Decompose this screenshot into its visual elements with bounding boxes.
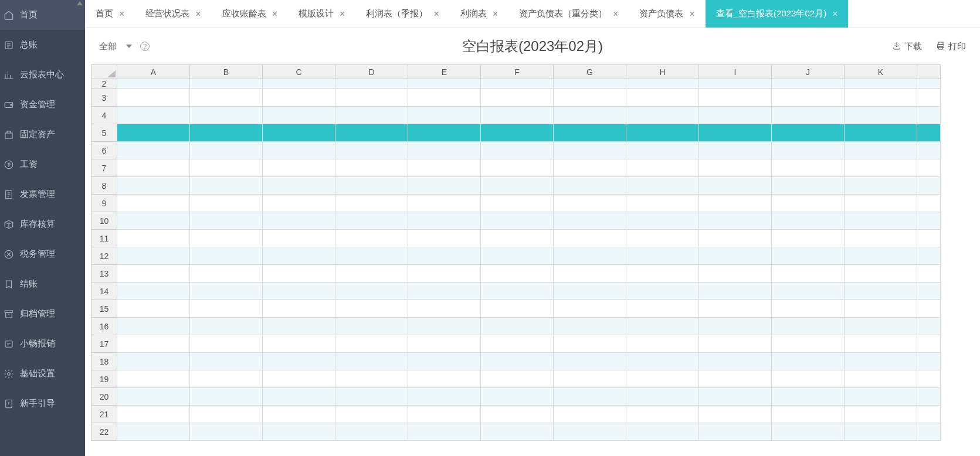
cell-B19[interactable] [190, 370, 263, 388]
tab-3[interactable]: 模版设计× [288, 0, 355, 28]
cell-B12[interactable] [190, 247, 263, 265]
close-icon[interactable]: × [832, 9, 837, 19]
cell-D22[interactable] [335, 423, 408, 441]
cell-H7[interactable] [626, 159, 699, 177]
cell-G17[interactable] [554, 335, 626, 353]
cell-B20[interactable] [190, 388, 263, 406]
cell-G8[interactable] [554, 177, 626, 195]
col-header-B[interactable]: B [190, 65, 263, 79]
cell-extra-13[interactable] [917, 265, 941, 283]
cell-E7[interactable] [408, 159, 481, 177]
cell-H15[interactable] [626, 300, 699, 318]
cell-B14[interactable] [190, 283, 263, 300]
cell-J6[interactable] [772, 142, 845, 159]
cell-D15[interactable] [335, 300, 408, 318]
cell-F11[interactable] [481, 230, 554, 247]
cell-I3[interactable] [699, 89, 772, 107]
cell-F8[interactable] [481, 177, 554, 195]
cell-I17[interactable] [699, 335, 772, 353]
cell-I2[interactable] [699, 79, 772, 89]
cell-B17[interactable] [190, 335, 263, 353]
cell-J9[interactable] [772, 195, 845, 212]
cell-E11[interactable] [408, 230, 481, 247]
tab-5[interactable]: 利润表× [450, 0, 508, 28]
row-header-12[interactable]: 12 [91, 247, 117, 265]
row-header-16[interactable]: 16 [91, 318, 117, 335]
cell-extra-17[interactable] [917, 335, 941, 353]
cell-J8[interactable] [772, 177, 845, 195]
tab-6[interactable]: 资产负债表（重分类）× [508, 0, 629, 28]
cell-J3[interactable] [772, 89, 845, 107]
cell-K15[interactable] [845, 300, 917, 318]
sidebar-item-asset[interactable]: 固定资产 [0, 120, 85, 149]
cell-G10[interactable] [554, 212, 626, 230]
cell-H6[interactable] [626, 142, 699, 159]
cell-F15[interactable] [481, 300, 554, 318]
cell-G7[interactable] [554, 159, 626, 177]
cell-K2[interactable] [845, 79, 917, 89]
cell-B5[interactable] [190, 124, 263, 142]
cell-K19[interactable] [845, 370, 917, 388]
tab-1[interactable]: 经营状况表× [135, 0, 211, 28]
cell-D3[interactable] [335, 89, 408, 107]
cell-G14[interactable] [554, 283, 626, 300]
cell-B3[interactable] [190, 89, 263, 107]
cell-F16[interactable] [481, 318, 554, 335]
cell-E15[interactable] [408, 300, 481, 318]
cell-E13[interactable] [408, 265, 481, 283]
sidebar-item-wallet[interactable]: 资金管理 [0, 90, 85, 120]
cell-J14[interactable] [772, 283, 845, 300]
cell-E17[interactable] [408, 335, 481, 353]
cell-A22[interactable] [117, 423, 190, 441]
cell-I19[interactable] [699, 370, 772, 388]
sidebar-item-home[interactable]: 首页 [0, 0, 85, 30]
cell-I11[interactable] [699, 230, 772, 247]
cell-B4[interactable] [190, 107, 263, 124]
cell-K16[interactable] [845, 318, 917, 335]
col-header-F[interactable]: F [481, 65, 554, 79]
close-icon[interactable]: × [689, 9, 694, 19]
cell-F7[interactable] [481, 159, 554, 177]
select-all-corner[interactable] [91, 65, 117, 79]
cell-C11[interactable] [263, 230, 335, 247]
cell-A21[interactable] [117, 406, 190, 423]
cell-J11[interactable] [772, 230, 845, 247]
cell-extra-15[interactable] [917, 300, 941, 318]
cell-H2[interactable] [626, 79, 699, 89]
print-button[interactable]: 打印 [936, 41, 966, 52]
cell-C22[interactable] [263, 423, 335, 441]
row-header-22[interactable]: 22 [91, 423, 117, 441]
sidebar-item-settings[interactable]: 基础设置 [0, 359, 85, 389]
cell-I21[interactable] [699, 406, 772, 423]
cell-extra-2[interactable] [917, 79, 941, 89]
cell-F9[interactable] [481, 195, 554, 212]
cell-J16[interactable] [772, 318, 845, 335]
cell-K7[interactable] [845, 159, 917, 177]
cell-F4[interactable] [481, 107, 554, 124]
cell-F12[interactable] [481, 247, 554, 265]
cell-D12[interactable] [335, 247, 408, 265]
col-header-extra[interactable] [917, 65, 941, 79]
cell-J4[interactable] [772, 107, 845, 124]
cell-extra-22[interactable] [917, 423, 941, 441]
cell-extra-9[interactable] [917, 195, 941, 212]
row-header-3[interactable]: 3 [91, 89, 117, 107]
cell-J2[interactable] [772, 79, 845, 89]
cell-B13[interactable] [190, 265, 263, 283]
cell-D6[interactable] [335, 142, 408, 159]
cell-F2[interactable] [481, 79, 554, 89]
cell-K8[interactable] [845, 177, 917, 195]
cell-B8[interactable] [190, 177, 263, 195]
cell-A18[interactable] [117, 353, 190, 370]
cell-K20[interactable] [845, 388, 917, 406]
cell-I7[interactable] [699, 159, 772, 177]
cell-H8[interactable] [626, 177, 699, 195]
cell-I14[interactable] [699, 283, 772, 300]
tab-8[interactable]: 查看_空白报表(2023年02月)× [706, 0, 849, 28]
cell-B10[interactable] [190, 212, 263, 230]
cell-D2[interactable] [335, 79, 408, 89]
cell-E21[interactable] [408, 406, 481, 423]
cell-J17[interactable] [772, 335, 845, 353]
cell-E12[interactable] [408, 247, 481, 265]
cell-C4[interactable] [263, 107, 335, 124]
